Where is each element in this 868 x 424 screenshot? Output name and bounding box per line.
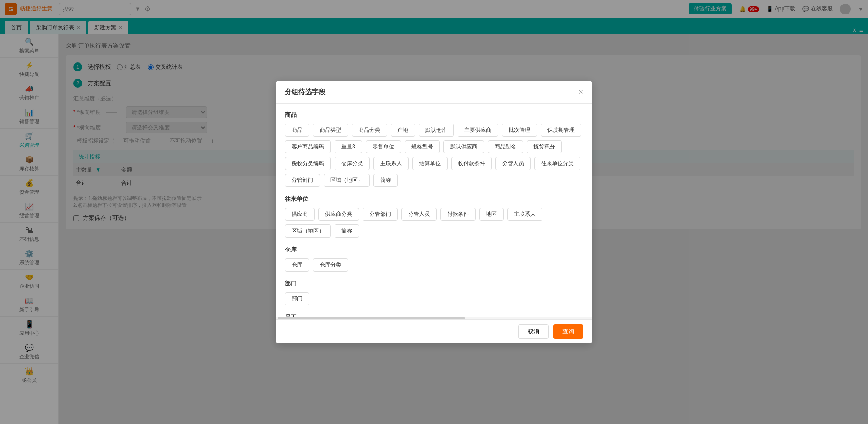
field-tag-product-17[interactable]: 主联系人 (373, 157, 409, 170)
field-tag-product-20[interactable]: 分管人员 (495, 157, 531, 170)
field-tag-product-9[interactable]: 重量3 (335, 140, 362, 153)
modal-title: 分组待选字段 (285, 88, 326, 96)
modal-body: 商品商品商品类型商品分类产地默认仓库主要供应商批次管理保质期管理客户商品编码重量… (276, 104, 592, 317)
modal-confirm-button[interactable]: 查询 (553, 324, 583, 339)
field-tag-product-24[interactable]: 简称 (373, 174, 398, 187)
field-tag-partner-4[interactable]: 付款条件 (440, 208, 476, 221)
field-section-employee: 员工业务员 (285, 314, 583, 317)
field-section-title-partner: 往来单位 (285, 195, 583, 203)
field-tag-product-2[interactable]: 商品分类 (352, 124, 387, 137)
field-tag-product-8[interactable]: 客户商品编码 (285, 140, 331, 153)
field-tag-product-1[interactable]: 商品类型 (313, 124, 348, 137)
field-tag-product-19[interactable]: 收付款条件 (451, 157, 492, 170)
modal-close-button[interactable]: × (578, 87, 583, 97)
field-tag-partner-5[interactable]: 地区 (479, 208, 504, 221)
field-tag-product-18[interactable]: 结算单位 (412, 157, 448, 170)
field-tag-product-15[interactable]: 税收分类编码 (285, 157, 331, 170)
field-section-title-employee: 员工 (285, 314, 583, 317)
modal-cancel-button[interactable]: 取消 (518, 324, 549, 339)
field-tag-product-6[interactable]: 批次管理 (502, 124, 537, 137)
field-tag-product-11[interactable]: 规格型号 (405, 140, 440, 153)
field-tag-partner-0[interactable]: 供应商 (285, 208, 315, 221)
field-tag-product-22[interactable]: 分管部门 (285, 174, 320, 187)
field-section-product: 商品商品商品类型商品分类产地默认仓库主要供应商批次管理保质期管理客户商品编码重量… (285, 111, 583, 187)
field-tag-product-13[interactable]: 商品别名 (488, 140, 523, 153)
field-tag-product-7[interactable]: 保质期管理 (541, 124, 581, 137)
field-tag-warehouse-1[interactable]: 仓库分类 (313, 258, 348, 272)
field-tag-partner-7[interactable]: 区域（地区） (285, 224, 331, 238)
modal-footer: 取消 查询 (276, 319, 592, 343)
modal-header: 分组待选字段 × (276, 81, 592, 104)
field-section-title-department: 部门 (285, 280, 583, 288)
field-tag-product-12[interactable]: 默认供应商 (443, 140, 484, 153)
field-tag-warehouse-0[interactable]: 仓库 (285, 258, 309, 272)
field-tags-partner: 供应商供应商分类分管部门分管人员付款条件地区主联系人区域（地区）简称 (285, 208, 583, 238)
field-section-title-product: 商品 (285, 111, 583, 119)
field-tag-product-16[interactable]: 仓库分类 (335, 157, 370, 170)
field-tag-product-10[interactable]: 零售单位 (366, 140, 401, 153)
field-tags-warehouse: 仓库仓库分类 (285, 258, 583, 272)
field-tag-product-4[interactable]: 默认仓库 (419, 124, 454, 137)
modal: 分组待选字段 × 商品商品商品类型商品分类产地默认仓库主要供应商批次管理保质期管… (276, 81, 592, 343)
field-section-warehouse: 仓库仓库仓库分类 (285, 246, 583, 272)
field-tag-product-21[interactable]: 往来单位分类 (534, 157, 580, 170)
field-tag-department-0[interactable]: 部门 (285, 292, 309, 305)
field-tag-product-14[interactable]: 拣货积分 (527, 140, 562, 153)
field-tag-partner-8[interactable]: 简称 (335, 224, 359, 238)
field-tag-partner-2[interactable]: 分管部门 (363, 208, 398, 221)
field-tags-department: 部门 (285, 292, 583, 305)
field-tags-product: 商品商品类型商品分类产地默认仓库主要供应商批次管理保质期管理客户商品编码重量3零… (285, 124, 583, 187)
field-tag-product-23[interactable]: 区域（地区） (324, 174, 370, 187)
field-tag-product-5[interactable]: 主要供应商 (458, 124, 498, 137)
field-section-partner: 往来单位供应商供应商分类分管部门分管人员付款条件地区主联系人区域（地区）简称 (285, 195, 583, 238)
field-tag-product-3[interactable]: 产地 (391, 124, 415, 137)
field-tag-product-0[interactable]: 商品 (285, 124, 309, 137)
field-tag-partner-6[interactable]: 主联系人 (507, 208, 542, 221)
field-tag-partner-1[interactable]: 供应商分类 (318, 208, 359, 221)
modal-overlay: 分组待选字段 × 商品商品商品类型商品分类产地默认仓库主要供应商批次管理保质期管… (0, 0, 868, 424)
field-tag-partner-3[interactable]: 分管人员 (401, 208, 437, 221)
field-section-department: 部门部门 (285, 280, 583, 305)
field-section-title-warehouse: 仓库 (285, 246, 583, 254)
